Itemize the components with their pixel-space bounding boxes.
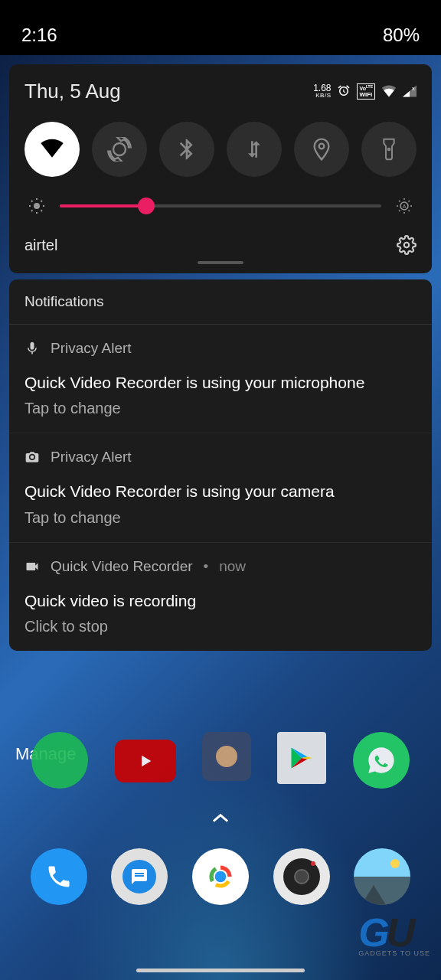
notifications-heading: Notifications bbox=[9, 279, 432, 325]
app-face[interactable] bbox=[202, 732, 251, 781]
svg-text:x: x bbox=[412, 85, 415, 92]
qs-tile-wifi[interactable] bbox=[24, 122, 80, 177]
settings-icon[interactable] bbox=[397, 235, 416, 255]
notification-app-name: Quick Video Recorder bbox=[51, 558, 193, 575]
qs-tile-rotate[interactable] bbox=[92, 122, 147, 177]
rotate-lock-icon bbox=[107, 137, 132, 162]
flashlight-icon bbox=[377, 137, 401, 162]
drag-handle[interactable] bbox=[198, 261, 243, 264]
status-battery: 80% bbox=[383, 24, 420, 46]
notifications-panel: Notifications Privacy Alert Quick Video … bbox=[9, 279, 432, 651]
app-playstore[interactable] bbox=[277, 732, 326, 784]
notification-item[interactable]: Quick Video Recorder • now Quick video i… bbox=[9, 543, 432, 651]
dock-chrome[interactable] bbox=[192, 848, 249, 905]
qs-tile-data[interactable] bbox=[227, 122, 282, 177]
carrier-label: airtel bbox=[24, 237, 57, 254]
navigation-bar[interactable] bbox=[136, 969, 305, 972]
notification-app-name: Privacy Alert bbox=[51, 340, 132, 357]
qs-tile-flashlight[interactable] bbox=[361, 122, 416, 177]
vowifi-badge: VoLTEWiFi bbox=[357, 83, 375, 99]
dock bbox=[0, 848, 441, 905]
watermark: GU GADGETS TO USE bbox=[358, 910, 430, 957]
bluetooth-icon bbox=[175, 137, 199, 162]
svg-text:A: A bbox=[403, 204, 407, 209]
notification-time: now bbox=[219, 558, 246, 575]
dock-camera[interactable] bbox=[273, 848, 330, 905]
wifi-signal-icon bbox=[381, 85, 397, 97]
dock-gallery[interactable] bbox=[354, 848, 410, 905]
video-icon bbox=[24, 559, 40, 574]
cellular-signal-icon: x bbox=[403, 85, 416, 97]
wifi-icon bbox=[40, 137, 64, 162]
quick-settings-panel: Thu, 5 Aug 1.68 KB/S VoLTEWiFi x bbox=[9, 64, 432, 273]
data-rate-indicator: 1.68 KB/S bbox=[313, 83, 331, 99]
notification-title: Quick Video Recorder is using your camer… bbox=[24, 481, 416, 502]
brightness-thumb[interactable] bbox=[138, 198, 155, 214]
notification-body: Tap to change bbox=[24, 400, 416, 417]
qs-status-icons: 1.68 KB/S VoLTEWiFi x bbox=[313, 83, 416, 99]
brightness-slider[interactable] bbox=[60, 204, 381, 207]
chevron-up-icon[interactable] bbox=[210, 812, 231, 827]
app-whatsapp[interactable] bbox=[353, 732, 410, 789]
qs-tile-bluetooth[interactable] bbox=[159, 122, 214, 177]
alarm-icon bbox=[337, 84, 351, 98]
camera-icon bbox=[24, 449, 40, 465]
qs-date[interactable]: Thu, 5 Aug bbox=[24, 80, 121, 103]
qs-tile-location[interactable] bbox=[294, 122, 349, 177]
notification-title: Quick video is recording bbox=[24, 590, 416, 612]
notification-app-name: Privacy Alert bbox=[51, 449, 132, 466]
app-youtube[interactable] bbox=[115, 740, 176, 782]
notification-body: Tap to change bbox=[24, 509, 416, 527]
status-time: 2:16 bbox=[21, 24, 57, 46]
microphone-icon bbox=[24, 341, 40, 356]
svg-point-4 bbox=[404, 243, 410, 248]
app-row bbox=[0, 732, 441, 789]
app-spotify[interactable] bbox=[31, 732, 88, 789]
dock-phone[interactable] bbox=[31, 848, 87, 905]
notification-body: Click to stop bbox=[24, 618, 416, 635]
svg-point-7 bbox=[215, 871, 227, 883]
dock-messages[interactable] bbox=[111, 848, 168, 905]
location-icon bbox=[309, 137, 334, 162]
notification-item[interactable]: Privacy Alert Quick Video Recorder is us… bbox=[9, 433, 432, 542]
brightness-low-icon bbox=[28, 197, 46, 215]
notification-title: Quick Video Recorder is using your micro… bbox=[24, 372, 416, 394]
brightness-auto-icon[interactable]: A bbox=[395, 197, 413, 215]
status-bar: 2:16 80% bbox=[0, 0, 441, 55]
svg-point-1 bbox=[34, 203, 40, 209]
notification-item[interactable]: Privacy Alert Quick Video Recorder is us… bbox=[9, 325, 432, 433]
mobile-data-icon bbox=[242, 137, 266, 162]
